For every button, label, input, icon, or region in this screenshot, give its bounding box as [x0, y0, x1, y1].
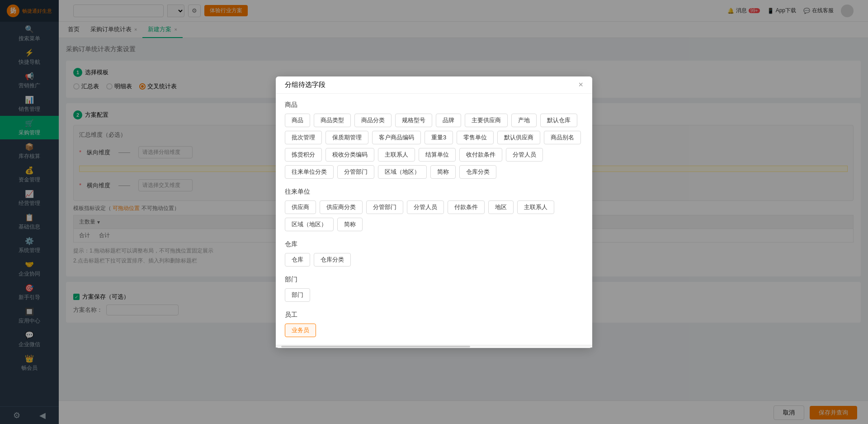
field-group-partner: 往来单位 供应商 供应商分类 分管部门 分管人员 付款条件 地区 主联系人 区域…	[285, 188, 583, 231]
chip-goods-17[interactable]: 主联系人	[378, 148, 415, 162]
chip-goods-23[interactable]: 区域（地区）	[378, 165, 427, 179]
dept-chips: 部门	[285, 288, 583, 302]
field-group-warehouse: 仓库 仓库 仓库分类	[285, 240, 583, 267]
section-warehouse-title: 仓库	[285, 240, 583, 248]
warehouse-chips: 仓库 仓库分类	[285, 253, 583, 267]
chip-goods-4[interactable]: 品牌	[436, 114, 461, 127]
chip-partner-1[interactable]: 供应商分类	[320, 200, 363, 214]
chip-partner-4[interactable]: 付款条件	[448, 200, 485, 214]
emp-chips: 业务员	[285, 324, 583, 337]
modal-header: 分组待选字段 ×	[276, 76, 592, 94]
chip-dept-0[interactable]: 部门	[285, 288, 310, 302]
chip-goods-15[interactable]: 拣货积分	[285, 148, 322, 162]
modal: 分组待选字段 × 商品 商品 商品类型 商品分类 规格型号 品牌 主要供应商 产…	[276, 76, 592, 348]
chip-goods-8[interactable]: 批次管理	[285, 131, 322, 144]
chip-goods-1[interactable]: 商品类型	[314, 114, 351, 127]
chip-partner-2[interactable]: 分管部门	[366, 200, 403, 214]
chip-goods-13[interactable]: 默认供应商	[497, 131, 540, 144]
modal-close-button[interactable]: ×	[578, 80, 583, 90]
chip-goods-9[interactable]: 保质期管理	[326, 131, 368, 144]
chip-goods-22[interactable]: 分管部门	[337, 165, 374, 179]
chip-goods-11[interactable]: 重量3	[425, 131, 453, 144]
section-dept-title: 部门	[285, 276, 583, 284]
modal-hscroll[interactable]	[276, 345, 592, 348]
goods-chips: 商品 商品类型 商品分类 规格型号 品牌 主要供应商 产地 默认仓库 批次管理 …	[285, 114, 583, 179]
chip-goods-5[interactable]: 主要供应商	[465, 114, 508, 127]
modal-body: 商品 商品 商品类型 商品分类 规格型号 品牌 主要供应商 产地 默认仓库 批次…	[276, 94, 592, 345]
chip-goods-14[interactable]: 商品别名	[544, 131, 581, 144]
chip-goods-6[interactable]: 产地	[511, 114, 537, 127]
chip-partner-5[interactable]: 地区	[488, 200, 514, 214]
section-goods-title: 商品	[285, 101, 583, 109]
field-group-employee: 员工 业务员	[285, 311, 583, 337]
chip-goods-25[interactable]: 仓库分类	[459, 165, 496, 179]
chip-goods-20[interactable]: 分管人员	[506, 148, 543, 162]
chip-goods-21[interactable]: 往来单位分类	[285, 165, 334, 179]
chip-goods-12[interactable]: 零售单位	[457, 131, 494, 144]
chip-goods-0[interactable]: 商品	[285, 114, 310, 127]
modal-title: 分组待选字段	[285, 81, 326, 89]
field-group-goods: 商品 商品 商品类型 商品分类 规格型号 品牌 主要供应商 产地 默认仓库 批次…	[285, 101, 583, 179]
chip-goods-24[interactable]: 简称	[430, 165, 456, 179]
chip-warehouse-1[interactable]: 仓库分类	[314, 253, 351, 267]
chip-emp-0[interactable]: 业务员	[285, 324, 316, 337]
partner-chips: 供应商 供应商分类 分管部门 分管人员 付款条件 地区 主联系人 区域（地区） …	[285, 200, 583, 231]
chip-partner-6[interactable]: 主联系人	[517, 200, 554, 214]
field-group-department: 部门 部门	[285, 276, 583, 302]
chip-goods-10[interactable]: 客户商品编码	[372, 131, 421, 144]
chip-partner-8[interactable]: 简称	[337, 218, 363, 231]
modal-overlay[interactable]: 分组待选字段 × 商品 商品 商品类型 商品分类 规格型号 品牌 主要供应商 产…	[0, 0, 868, 424]
hscroll-thumb[interactable]	[281, 346, 470, 348]
chip-partner-7[interactable]: 区域（地区）	[285, 218, 334, 231]
chip-goods-3[interactable]: 规格型号	[395, 114, 432, 127]
chip-partner-3[interactable]: 分管人员	[407, 200, 444, 214]
chip-goods-19[interactable]: 收付款条件	[459, 148, 502, 162]
chip-goods-2[interactable]: 商品分类	[354, 114, 392, 127]
section-emp-title: 员工	[285, 311, 583, 319]
section-partner-title: 往来单位	[285, 188, 583, 196]
chip-goods-7[interactable]: 默认仓库	[540, 114, 577, 127]
chip-partner-0[interactable]: 供应商	[285, 200, 316, 214]
chip-warehouse-0[interactable]: 仓库	[285, 253, 310, 267]
chip-goods-16[interactable]: 税收分类编码	[326, 148, 374, 162]
chip-goods-18[interactable]: 结算单位	[419, 148, 456, 162]
